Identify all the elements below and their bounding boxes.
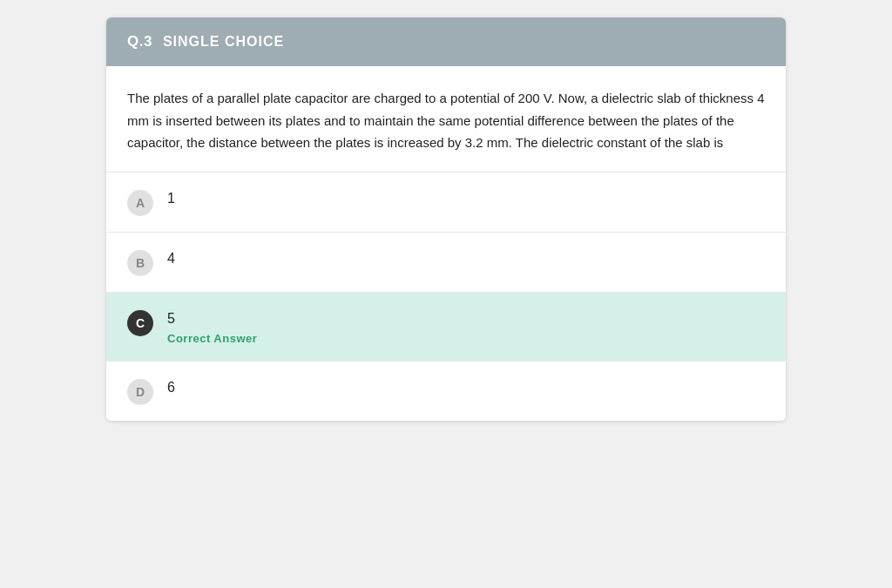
option-item-a[interactable]: A1 (106, 172, 786, 233)
option-value-c: 5 (167, 308, 257, 329)
option-value-b: 4 (167, 248, 175, 269)
option-badge-c: C (127, 310, 153, 336)
option-badge-d: D (127, 379, 153, 405)
option-badge-a: A (127, 190, 153, 216)
option-item-b[interactable]: B4 (106, 233, 786, 293)
question-card: Q.3 SINGLE CHOICE The plates of a parall… (106, 17, 786, 421)
option-item-d[interactable]: D6 (106, 362, 786, 421)
option-value-a: 1 (167, 188, 175, 209)
option-content-b: 4 (167, 248, 175, 269)
question-type: SINGLE CHOICE (163, 34, 284, 50)
option-item-c[interactable]: C5Correct Answer (106, 293, 786, 362)
correct-answer-label: Correct Answer (167, 332, 257, 345)
option-content-c: 5Correct Answer (167, 308, 257, 345)
options-list: A1B4C5Correct AnswerD6 (106, 172, 786, 421)
option-badge-b: B (127, 250, 153, 276)
question-text: The plates of a parallel plate capacitor… (127, 87, 765, 154)
option-value-d: 6 (167, 377, 175, 398)
question-header: Q.3 SINGLE CHOICE (106, 17, 786, 66)
question-number: Q.3 (127, 33, 152, 51)
question-body: The plates of a parallel plate capacitor… (106, 66, 786, 172)
option-content-d: 6 (167, 377, 175, 398)
option-content-a: 1 (167, 188, 175, 209)
